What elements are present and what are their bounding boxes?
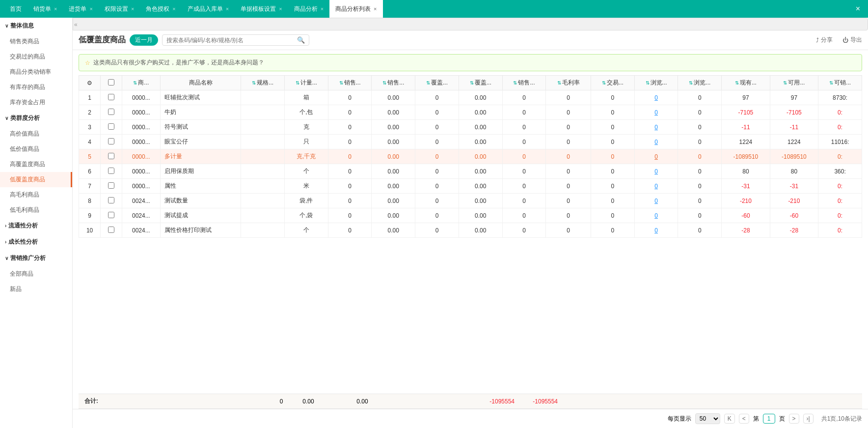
- col-sales-qty[interactable]: ⇅销售...: [328, 76, 372, 90]
- sidebar-section-marketing[interactable]: ∨ 营销推广分析: [0, 250, 72, 266]
- row-coverage-buy: 0: [415, 194, 459, 208]
- last-page-button[interactable]: ›|: [803, 414, 814, 424]
- row-browse-count[interactable]: 0: [634, 149, 678, 164]
- sidebar-item-low-margin[interactable]: 低毛利商品: [0, 202, 72, 218]
- row-trans-count: 0: [591, 135, 634, 149]
- sidebar-section-growth[interactable]: › 成长性分析: [0, 234, 72, 250]
- sidebar-item-in-stock-goods[interactable]: 有库存的商品: [0, 80, 72, 95]
- content-area: « 低覆盖度商品 近一月 🔍 ⤴ 分享 ⏻ 导出 ☆ 这类商品只有很少客户购买过…: [73, 18, 868, 428]
- sidebar-item-new-goods[interactable]: 新品: [0, 282, 72, 297]
- row-checkbox[interactable]: [101, 149, 122, 164]
- search-input[interactable]: [166, 37, 297, 44]
- row-browse-count[interactable]: 0: [634, 179, 678, 194]
- col-settings[interactable]: ⚙: [79, 76, 101, 90]
- col-coverage-buy[interactable]: ⇅覆盖...: [415, 76, 459, 90]
- sidebar-item-low-value[interactable]: 低价值商品: [0, 142, 72, 157]
- sidebar-section-liquidity[interactable]: › 流通性分析: [0, 218, 72, 234]
- close-icon[interactable]: ×: [172, 6, 175, 12]
- window-close-button[interactable]: ×: [852, 4, 864, 13]
- col-saleable[interactable]: ⇅可销...: [818, 76, 862, 90]
- row-checkbox[interactable]: [101, 194, 122, 208]
- filter-recent-month[interactable]: 近一月: [130, 34, 158, 46]
- nav-purchase-order[interactable]: 进货单 ×: [63, 0, 98, 18]
- col-gross-rate[interactable]: ⇅毛利率: [546, 76, 591, 90]
- share-button[interactable]: ⤴ 分享: [816, 36, 833, 44]
- row-checkbox[interactable]: [101, 164, 122, 179]
- nav-home[interactable]: 首页: [4, 0, 27, 18]
- row-checkbox[interactable]: [101, 135, 122, 149]
- row-browse-count[interactable]: 0: [634, 208, 678, 223]
- sidebar-section-overview[interactable]: ∨ 整体信息: [0, 18, 72, 34]
- close-icon[interactable]: ×: [374, 6, 377, 12]
- nav-sales-order[interactable]: 销货单 ×: [27, 0, 63, 18]
- row-checkbox[interactable]: [101, 120, 122, 135]
- search-icon[interactable]: 🔍: [297, 36, 305, 44]
- row-trans-count: 0: [591, 179, 634, 194]
- sidebar-item-capital-usage[interactable]: 库存资金占用: [0, 95, 72, 110]
- sidebar-item-sales-goods[interactable]: 销售类商品: [0, 34, 72, 49]
- close-icon[interactable]: ×: [54, 6, 57, 12]
- close-icon[interactable]: ×: [321, 6, 324, 12]
- sidebar-item-all-goods[interactable]: 全部商品: [0, 266, 72, 282]
- settings-gear-icon[interactable]: ⚙: [87, 80, 92, 86]
- close-icon[interactable]: ×: [131, 6, 134, 12]
- nav-template-settings[interactable]: 单据模板设置 ×: [235, 0, 288, 18]
- sidebar-item-low-coverage[interactable]: 低覆盖度商品: [0, 172, 72, 187]
- row-browse-count[interactable]: 0: [634, 135, 678, 149]
- col-browse-rate[interactable]: ⇅浏览...: [678, 76, 722, 90]
- col-spec[interactable]: ⇅规格...: [241, 76, 285, 90]
- col-browse-count[interactable]: ⇅浏览...: [634, 76, 678, 90]
- col-avail-stock[interactable]: ⇅可用...: [770, 76, 818, 90]
- sidebar-item-category-turnover[interactable]: 商品分类动销率: [0, 64, 72, 80]
- row-browse-count[interactable]: 0: [634, 105, 678, 120]
- sidebar-item-high-coverage[interactable]: 高覆盖度商品: [0, 157, 72, 172]
- nav-permission-settings[interactable]: 权限设置 ×: [99, 0, 140, 18]
- row-browse-count[interactable]: 0: [634, 120, 678, 135]
- nav-product-analysis[interactable]: 商品分析 ×: [288, 0, 329, 18]
- next-page-button[interactable]: >: [789, 414, 799, 424]
- col-code[interactable]: ⇅商...: [122, 76, 160, 90]
- row-browse-count[interactable]: 0: [634, 223, 678, 238]
- nav-role-auth[interactable]: 角色授权 ×: [140, 0, 181, 18]
- close-icon[interactable]: ×: [89, 6, 92, 12]
- row-checkbox[interactable]: [101, 105, 122, 120]
- row-browse-count[interactable]: 0: [634, 194, 678, 208]
- sidebar-section-cluster-analysis[interactable]: ∨ 类群度分析: [0, 110, 72, 126]
- select-all-checkbox[interactable]: [108, 79, 114, 86]
- col-name[interactable]: 商品名称: [160, 76, 241, 90]
- sidebar-item-high-margin[interactable]: 高毛利商品: [0, 187, 72, 202]
- row-browse-count[interactable]: 0: [634, 164, 678, 179]
- total-current-stock: -1095554: [475, 398, 515, 405]
- row-code: 0000...: [122, 135, 160, 149]
- row-checkbox[interactable]: [101, 179, 122, 194]
- close-icon[interactable]: ×: [226, 6, 229, 12]
- row-checkbox[interactable]: [101, 90, 122, 105]
- table-row: 2 0000... 牛奶 个,包 0 0.00 0 0.00 0 0 0 0 0…: [79, 105, 862, 120]
- page-size-select[interactable]: 50 20 100: [695, 413, 720, 424]
- close-icon[interactable]: ×: [279, 6, 282, 12]
- row-sales-days: 0: [502, 90, 546, 105]
- nav-product-analysis-list[interactable]: 商品分析列表 ×: [329, 0, 382, 18]
- row-sales-amt: 0.00: [372, 149, 415, 164]
- col-sales-amt[interactable]: ⇅销售...: [372, 76, 415, 90]
- col-current-stock[interactable]: ⇅现有...: [722, 76, 770, 90]
- table-row: 7 0000... 属性 米 0 0.00 0 0.00 0 0 0 0 0 -…: [79, 179, 862, 194]
- sidebar-item-traded-goods[interactable]: 交易过的商品: [0, 49, 72, 64]
- sidebar-item-high-value[interactable]: 高价值商品: [0, 126, 72, 142]
- col-trans-count[interactable]: ⇅交易...: [591, 76, 634, 90]
- sidebar-collapse-button[interactable]: «: [73, 18, 868, 30]
- col-unit[interactable]: ⇅计量...: [284, 76, 328, 90]
- current-page[interactable]: 1: [763, 414, 775, 424]
- export-button[interactable]: ⏻ 导出: [842, 36, 862, 44]
- first-page-button[interactable]: K: [724, 414, 735, 424]
- chevron-down-icon: ∨: [5, 23, 8, 29]
- row-trans-count: 0: [591, 208, 634, 223]
- row-checkbox[interactable]: [101, 208, 122, 223]
- prev-page-button[interactable]: <: [739, 414, 749, 424]
- row-browse-count[interactable]: 0: [634, 90, 678, 105]
- col-coverage-rate[interactable]: ⇅覆盖...: [459, 76, 502, 90]
- col-sales-days[interactable]: ⇅销售...: [502, 76, 546, 90]
- row-current-stock: -28: [722, 223, 770, 238]
- nav-product-inbound[interactable]: 产成品入库单 ×: [182, 0, 235, 18]
- row-checkbox[interactable]: [101, 223, 122, 238]
